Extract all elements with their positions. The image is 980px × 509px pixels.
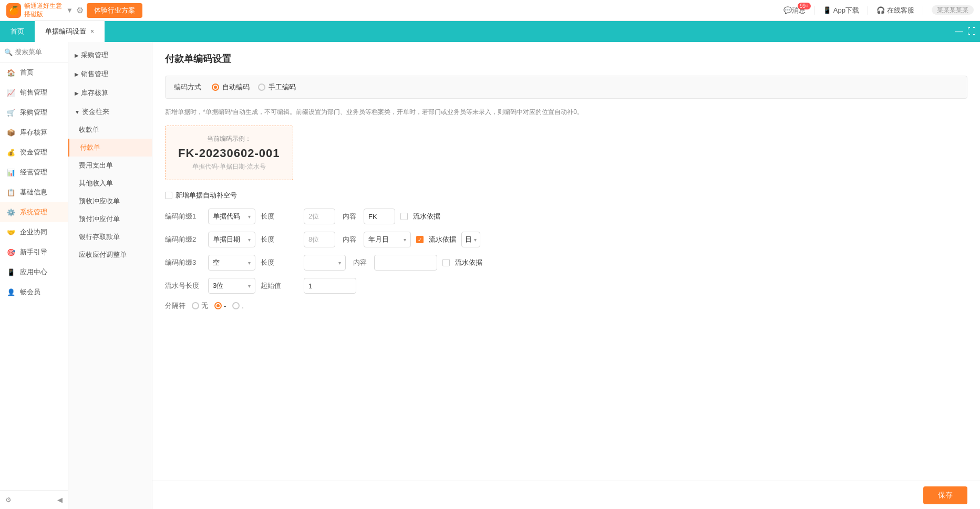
content2-select[interactable]: 年月日 ▾ xyxy=(364,232,411,247)
user-info[interactable]: 某某某某某 xyxy=(932,6,974,15)
sidebar-item-finance[interactable]: 💰 资金管理 xyxy=(0,142,68,162)
manual-code-dot xyxy=(258,84,265,91)
stream2-checkbox[interactable]: ✓ xyxy=(416,236,424,243)
sub-header-capital[interactable]: ▼ 资金往来 xyxy=(68,103,152,121)
auto-code-radio[interactable]: 自动编码 xyxy=(212,82,250,92)
encode-method-section: 编码方式 自动编码 手工编码 xyxy=(165,76,967,99)
length3-select[interactable]: ▾ xyxy=(304,255,346,271)
sidebar-item-sales[interactable]: 📈 销售管理 xyxy=(0,82,68,102)
start-value-input[interactable]: 1 xyxy=(304,278,356,294)
logo-icon: 🍊 xyxy=(6,3,21,18)
length3-arrow-icon: ▾ xyxy=(338,260,341,266)
member-icon: 👤 xyxy=(6,287,16,297)
content2-arrow-icon: ▾ xyxy=(404,237,406,243)
sidebar-search[interactable]: 🔍 搜索菜单 xyxy=(0,42,68,63)
sub-item-yingshou[interactable]: 应收应付调整单 xyxy=(68,246,152,264)
sub-item-feiyong[interactable]: 费用支出单 xyxy=(68,157,152,174)
sub-item-shoukuan[interactable]: 收款单 xyxy=(68,121,152,139)
prefix3-select[interactable]: 空 ▾ xyxy=(208,255,255,271)
sub-item-yuchongfu[interactable]: 预付冲应付单 xyxy=(68,210,152,228)
sub-item-yuchong[interactable]: 预收冲应收单 xyxy=(68,192,152,210)
stream2-period-select[interactable]: 日 ▾ xyxy=(461,232,480,247)
dropdown-arrow-icon[interactable]: ▼ xyxy=(66,6,73,14)
content-area: ▶ 采购管理 ▶ 销售管理 ▶ 库存核算 ▼ 资金往来 xyxy=(68,42,980,509)
bottom-bar: 保存 xyxy=(152,481,980,509)
operation-icon: 📊 xyxy=(6,168,16,177)
search-icon: 🔍 xyxy=(4,48,13,56)
stream1-checkbox[interactable] xyxy=(400,213,408,220)
sub-group-purchase: ▶ 采购管理 xyxy=(68,46,152,64)
chevron-right-icon: ▶ xyxy=(75,53,79,58)
divider xyxy=(814,6,814,15)
preview-sub: 单据代码-单据日期-流水号 xyxy=(178,162,280,171)
prefix1-arrow-icon: ▾ xyxy=(248,214,251,220)
preview-code: FK-20230602-001 xyxy=(178,147,280,160)
save-button[interactable]: 保存 xyxy=(923,486,967,504)
manual-code-label: 手工编码 xyxy=(269,82,296,92)
stream3-label: 流水依据 xyxy=(455,258,482,267)
sidebar-item-system[interactable]: ⚙️ 系统管理 xyxy=(0,202,68,222)
tab-encode-setting[interactable]: 单据编码设置 × xyxy=(35,21,105,42)
message-wrap[interactable]: 💬 消息 99+ xyxy=(783,6,806,15)
prefix-row-2: 编码前缀2 单据日期 ▾ 长度 8位 内容 年月日 ▾ ✓ 流水依据 xyxy=(165,232,967,247)
serial-row: 流水号长度 3位 ▾ 起始值 1 xyxy=(165,278,967,294)
settings-icon[interactable]: ⚙ xyxy=(76,5,84,15)
sub-header-purchase[interactable]: ▶ 采购管理 xyxy=(68,46,152,64)
purchase-icon: 🛒 xyxy=(6,108,16,117)
main-layout: 🔍 搜索菜单 🏠 首页 📈 销售管理 🛒 采购管理 📦 库存核算 💰 xyxy=(0,42,980,509)
finance-icon: 💰 xyxy=(6,148,16,157)
chevron-down-icon: ▼ xyxy=(75,109,80,115)
tab-home[interactable]: 首页 xyxy=(0,21,35,42)
manual-code-radio[interactable]: 手工编码 xyxy=(258,82,296,92)
stream3-checkbox[interactable] xyxy=(442,259,450,266)
top-bar-right: 💬 消息 99+ 📱 App下载 🎧 在线客服 某某某某某 xyxy=(783,6,974,15)
sidebar-item-purchase[interactable]: 🛒 采购管理 xyxy=(0,102,68,122)
content1-value: FK xyxy=(364,209,395,224)
serial-length-select[interactable]: 3位 ▾ xyxy=(208,278,255,294)
settings-bottom-icon[interactable]: ⚙ xyxy=(5,496,12,504)
sidebar-item-home[interactable]: 🏠 首页 xyxy=(0,63,68,82)
encode-method-label: 编码方式 xyxy=(174,82,201,92)
industry-btn[interactable]: 体验行业方案 xyxy=(87,3,142,18)
message-icon: 💬 xyxy=(783,6,792,14)
sidebar-item-base[interactable]: 📋 基础信息 xyxy=(0,182,68,202)
length1-input: 2位 xyxy=(304,209,335,224)
main-content: 付款单编码设置 编码方式 自动编码 手工编码 xyxy=(152,42,980,481)
prefix1-select[interactable]: 单据代码 ▾ xyxy=(208,209,255,224)
app-download[interactable]: 📱 App下载 xyxy=(823,6,859,15)
sep-dot-radio[interactable]: . xyxy=(232,302,244,310)
tab-close-btn[interactable]: × xyxy=(90,28,94,35)
sub-sidebar: ▶ 采购管理 ▶ 销售管理 ▶ 库存核算 ▼ 资金往来 xyxy=(68,42,152,509)
divider3 xyxy=(923,6,923,15)
sub-item-fukuan[interactable]: 付款单 xyxy=(68,139,152,157)
online-service[interactable]: 🎧 在线客服 xyxy=(876,6,914,15)
auto-fill-checkbox[interactable] xyxy=(165,192,172,199)
collapse-icon[interactable]: ◀ xyxy=(57,496,63,504)
auto-code-label: 自动编码 xyxy=(222,82,250,92)
prefix-row-3: 编码前缀3 空 ▾ 长度 ▾ 内容 流水依据 xyxy=(165,255,967,271)
chevron-right-icon3: ▶ xyxy=(75,90,79,96)
maximize-icon[interactable]: ⛶ xyxy=(967,27,976,36)
sidebar-item-apps[interactable]: 📱 应用中心 xyxy=(0,262,68,282)
length1-label: 长度 xyxy=(261,212,298,221)
tab-bar: 首页 单据编码设置 × — ⛶ xyxy=(0,21,980,42)
message-badge: 99+ xyxy=(798,3,811,9)
prefix2-select[interactable]: 单据日期 ▾ xyxy=(208,232,255,247)
sub-header-sales[interactable]: ▶ 销售管理 xyxy=(68,65,152,83)
minimize-icon[interactable]: — xyxy=(955,27,963,36)
sidebar-item-guide[interactable]: 🎯 新手引导 xyxy=(0,242,68,262)
sub-item-yinhang[interactable]: 银行存取款单 xyxy=(68,228,152,246)
sidebar-item-inventory[interactable]: 📦 库存核算 xyxy=(0,122,68,142)
sep-dash-radio[interactable]: - xyxy=(214,302,226,310)
sidebar-item-member[interactable]: 👤 畅会员 xyxy=(0,282,68,302)
sep-none-radio[interactable]: 无 xyxy=(192,301,208,310)
sub-header-inventory[interactable]: ▶ 库存核算 xyxy=(68,84,152,102)
sidebar-item-operation[interactable]: 📊 经营管理 xyxy=(0,162,68,182)
serial-length-arrow-icon: ▾ xyxy=(248,283,251,289)
content3-value xyxy=(374,255,437,271)
sub-item-qita[interactable]: 其他收入单 xyxy=(68,174,152,192)
length3-label: 长度 xyxy=(261,258,298,267)
sidebar-item-enterprise[interactable]: 🤝 企业协同 xyxy=(0,222,68,242)
stream2-period-arrow-icon: ▾ xyxy=(474,237,477,243)
auto-code-dot xyxy=(212,84,219,91)
